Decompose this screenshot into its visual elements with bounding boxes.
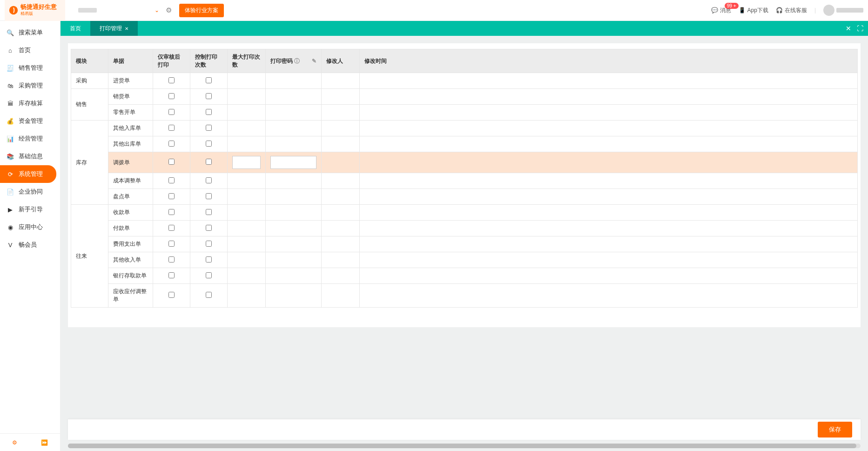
sidebar-item-basic-info[interactable]: 📚基础信息	[0, 148, 60, 165]
audit-only-checkbox[interactable]	[168, 193, 175, 199]
sidebar-item-coop[interactable]: 📄企业协同	[0, 183, 60, 201]
company-selector[interactable]: ⌄	[74, 4, 163, 17]
module-cell: 往来	[71, 205, 108, 308]
th-modifier: 修改人	[322, 49, 360, 73]
th-max: 最大打印次数	[228, 49, 266, 73]
modify-time-cell	[360, 189, 858, 205]
control-count-checkbox[interactable]	[206, 125, 212, 131]
sidebar-item-sales-mgmt[interactable]: 🧾销售管理	[0, 59, 60, 77]
sidebar-item-label: 系统管理	[19, 170, 43, 178]
doc-cell: 付款单	[108, 221, 153, 236]
sidebar-item-search-menu[interactable]: 🔍搜索菜单	[0, 24, 60, 41]
audit-only-checkbox[interactable]	[168, 77, 175, 83]
finance-icon: 💰	[7, 117, 14, 125]
audit-only-checkbox[interactable]	[168, 241, 175, 247]
tab-home-tab[interactable]: 首页	[61, 21, 90, 36]
control-count-checkbox[interactable]	[206, 93, 212, 99]
audit-only-checkbox[interactable]	[168, 177, 175, 183]
audit-only-checkbox[interactable]	[168, 292, 175, 298]
doc-cell: 零售开单	[108, 105, 153, 121]
control-count-checkbox[interactable]	[206, 193, 212, 199]
control-count-checkbox[interactable]	[206, 209, 212, 215]
control-count-checkbox[interactable]	[206, 256, 212, 263]
sidebar-item-inventory[interactable]: 🏛库存核算	[0, 94, 60, 112]
headset-icon: 🎧	[776, 7, 783, 13]
table-row: 调拨单	[71, 152, 858, 173]
pwd-input[interactable]	[270, 156, 316, 169]
audit-only-checkbox[interactable]	[168, 159, 175, 165]
gear-icon[interactable]: ⚙	[166, 6, 172, 14]
audit-only-checkbox[interactable]	[168, 125, 175, 131]
audit-only-checkbox[interactable]	[168, 272, 175, 278]
control-count-checkbox[interactable]	[206, 177, 212, 183]
audit-only-checkbox[interactable]	[168, 93, 175, 99]
pwd-cell	[266, 268, 322, 284]
save-button[interactable]: 保存	[818, 422, 852, 438]
th-pwd-label: 打印密码	[270, 58, 293, 64]
modifier-cell	[322, 268, 360, 284]
modifier-cell	[322, 73, 360, 89]
control-count-checkbox[interactable]	[206, 292, 212, 298]
pwd-cell	[266, 105, 322, 121]
logo: 畅捷通好生意 精易版	[5, 0, 65, 21]
app-download-link[interactable]: 📱 App下载	[739, 7, 768, 14]
control-count-checkbox[interactable]	[206, 272, 212, 278]
modify-time-cell	[360, 221, 858, 236]
sidebar-item-label: 资金管理	[19, 117, 43, 125]
audit-only-checkbox[interactable]	[168, 209, 175, 215]
th-control: 控制打印次数	[190, 49, 228, 73]
messages-link[interactable]: 💬 消息 99 +	[711, 7, 731, 14]
tab-print-tab[interactable]: 打印管理✕	[90, 21, 138, 36]
online-service-link[interactable]: 🎧 在线客服	[776, 7, 807, 14]
control-count-checkbox[interactable]	[206, 77, 212, 83]
experience-button[interactable]: 体验行业方案	[179, 4, 224, 17]
search-menu-icon: 🔍	[7, 29, 14, 36]
table-row: 盘点单	[71, 189, 858, 205]
max-count-cell	[228, 73, 266, 89]
doc-cell: 调拨单	[108, 152, 153, 173]
info-icon[interactable]: ⓘ	[294, 58, 300, 64]
doc-cell: 其他入库单	[108, 121, 153, 136]
sidebar-item-label: 搜索菜单	[19, 28, 43, 37]
audit-only-checkbox[interactable]	[168, 256, 175, 263]
phone-icon: 📱	[739, 7, 746, 13]
audit-only-checkbox[interactable]	[168, 141, 175, 147]
fullscreen-icon[interactable]: ⛶	[857, 25, 863, 32]
settings-icon[interactable]: ⚙	[12, 439, 17, 446]
doc-cell: 其他收入单	[108, 252, 153, 268]
horizontal-scrollbar[interactable]	[68, 444, 861, 448]
control-count-checkbox[interactable]	[206, 109, 212, 115]
sidebar-item-member[interactable]: V畅会员	[0, 236, 60, 254]
sidebar-item-app-center[interactable]: ◉应用中心	[0, 218, 60, 236]
messages-badge: 99 +	[725, 3, 739, 9]
table-row: 其他收入单	[71, 252, 858, 268]
control-count-checkbox[interactable]	[206, 141, 212, 147]
sidebar-item-home[interactable]: ⌂首页	[0, 41, 60, 59]
pwd-cell	[266, 221, 322, 236]
sidebar-item-system-mgmt[interactable]: ⟳系统管理	[0, 165, 56, 183]
edit-icon[interactable]: ✎	[312, 58, 316, 64]
pwd-cell	[266, 73, 322, 89]
avatar-icon	[823, 5, 834, 16]
max-count-input[interactable]	[232, 156, 261, 169]
sidebar-item-guide[interactable]: ▶新手引导	[0, 201, 60, 218]
scrollbar-thumb[interactable]	[68, 444, 856, 448]
close-all-tabs-icon[interactable]: ✕	[846, 25, 851, 32]
control-count-checkbox[interactable]	[206, 225, 212, 231]
control-count-checkbox[interactable]	[206, 241, 212, 247]
modify-time-cell	[360, 73, 858, 89]
collapse-icon[interactable]: ⏩	[41, 439, 48, 446]
modifier-cell	[322, 221, 360, 236]
module-cell: 采购	[71, 73, 108, 89]
control-count-checkbox[interactable]	[206, 159, 212, 165]
sidebar-item-finance[interactable]: 💰资金管理	[0, 112, 60, 130]
audit-only-checkbox[interactable]	[168, 109, 175, 115]
sidebar-item-biz-mgmt[interactable]: 📊经营管理	[0, 130, 60, 148]
top-right-actions: 💬 消息 99 + 📱 App下载 🎧 在线客服 |	[711, 5, 863, 16]
bottom-action-bar: 保存	[68, 419, 861, 440]
sidebar-item-purchase-mgmt[interactable]: 🛍采购管理	[0, 77, 60, 94]
audit-only-checkbox[interactable]	[168, 225, 175, 231]
user-menu[interactable]	[823, 5, 863, 16]
modifier-cell	[322, 284, 360, 308]
tab-close-icon[interactable]: ✕	[125, 26, 128, 31]
